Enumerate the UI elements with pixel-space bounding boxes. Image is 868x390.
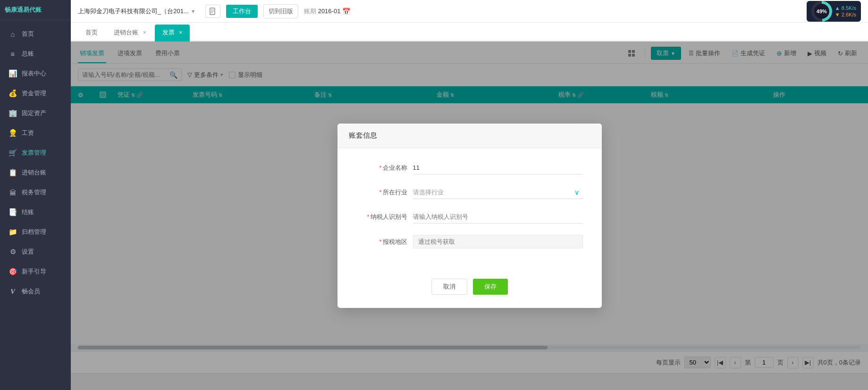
invoice-icon: 🛒 — [8, 149, 17, 157]
main-area: 上海卯金刀电子科技有限公司_（台201... ▼ 工作台 切到旧版 账期 201… — [71, 0, 868, 390]
sidebar-item-label: 总账 — [22, 50, 34, 58]
tabbar: 首页 进销台账 × 发票 × — [71, 23, 868, 41]
sidebar-item-label: 新手引导 — [22, 267, 46, 276]
sidebar-nav: ⌂ 首页 ≡ 总账 📊 报表中心 💰 资金管理 🏢 固定资产 👷 工资 — [0, 20, 71, 390]
sidebar-item-label: 发票管理 — [22, 149, 46, 157]
sidebar-item-invoice[interactable]: 🛒 发票管理 — [0, 143, 71, 163]
period-display: 账期 2016-01 📅 — [304, 7, 351, 16]
sidebar-item-funds[interactable]: 💰 资金管理 — [0, 83, 71, 103]
sidebar-item-label: 畅会员 — [22, 287, 40, 296]
industry-select[interactable]: 请选择行业 — [413, 186, 583, 199]
salary-icon: 👷 — [8, 129, 17, 137]
company-name-input[interactable] — [413, 161, 583, 174]
content-area: 销项发票 进项发票 费用小票 取票 ▼ ☰ 批量操作 — [71, 41, 868, 390]
percent-circle: 49% — [811, 1, 832, 22]
sidebar-item-home[interactable]: ⌂ 首页 — [0, 24, 71, 44]
dialog-title: 账套信息 — [349, 131, 377, 139]
sidebar-item-tax[interactable]: 🏛 税务管理 — [0, 183, 71, 202]
funds-icon: 💰 — [8, 89, 17, 98]
dialog-header: 账套信息 — [337, 124, 602, 148]
company-name: 上海卯金刀电子科技有限公司_（台201... — [78, 7, 189, 16]
topbar-right: 49% ▲ 8.5K/s ▼ 2.6K/s — [807, 1, 861, 22]
archive-icon: 📁 — [8, 228, 17, 236]
modal-overlay[interactable]: 账套信息 *企业名称 *所在行业 — [71, 41, 868, 390]
checkout-icon: 📑 — [8, 208, 17, 216]
sidebar-item-purchase-sales[interactable]: 📋 进销台账 — [0, 163, 71, 183]
sidebar-item-label: 归档管理 — [22, 228, 46, 236]
tab-close-invoice[interactable]: × — [179, 29, 182, 36]
taxregion-label: *报税地区 — [356, 238, 413, 246]
save-button[interactable]: 保存 — [473, 279, 508, 295]
tab-home[interactable]: 首页 — [78, 25, 105, 41]
sidebar-item-salary[interactable]: 👷 工资 — [0, 123, 71, 143]
old-version-button[interactable]: 切到旧版 — [263, 4, 298, 18]
speed-texts: ▲ 8.5K/s ▼ 2.6K/s — [835, 5, 856, 17]
purchase-sales-icon: 📋 — [8, 168, 17, 177]
member-icon: V — [8, 288, 17, 296]
sidebar: 畅康通易代账 ⌂ 首页 ≡ 总账 📊 报表中心 💰 资金管理 🏢 固定资产 — [0, 0, 71, 390]
taxregion-input — [413, 235, 583, 249]
form-row-industry: *所在行业 请选择行业 ∨ — [356, 186, 583, 199]
period-label: 账期 — [304, 7, 316, 16]
settings-icon: ⚙ — [8, 248, 17, 256]
sidebar-item-label: 工资 — [22, 129, 34, 137]
form-row-company: *企业名称 — [356, 161, 583, 174]
sidebar-item-label: 进销台账 — [22, 168, 46, 177]
document-icon[interactable] — [205, 5, 220, 18]
account-info-dialog: 账套信息 *企业名称 *所在行业 — [337, 124, 602, 308]
tab-close-purchase-sales[interactable]: × — [143, 29, 146, 36]
company-selector[interactable]: 上海卯金刀电子科技有限公司_（台201... ▼ — [78, 7, 196, 16]
cancel-button[interactable]: 取消 — [431, 279, 467, 295]
sidebar-item-label: 资金管理 — [22, 89, 46, 98]
tab-invoice[interactable]: 发票 × — [155, 25, 190, 41]
workbench-button[interactable]: 工作台 — [226, 5, 258, 18]
sidebar-item-archive[interactable]: 📁 归档管理 — [0, 222, 71, 242]
company-dropdown-icon: ▼ — [191, 8, 196, 14]
speed-indicator: 49% ▲ 8.5K/s ▼ 2.6K/s — [807, 1, 861, 22]
sidebar-item-checkout[interactable]: 📑 结账 — [0, 202, 71, 222]
industry-label: *所在行业 — [356, 188, 413, 197]
app-logo: 畅康通易代账 — [5, 6, 42, 14]
tax-icon: 🏛 — [8, 189, 17, 197]
dialog-footer: 取消 保存 — [337, 273, 602, 308]
sidebar-item-label: 固定资产 — [22, 109, 46, 117]
percent-value: 49% — [814, 4, 829, 19]
sidebar-item-label: 结账 — [22, 208, 34, 216]
tab-purchase-sales[interactable]: 进销台账 × — [106, 25, 154, 41]
sidebar-header: 畅康通易代账 — [0, 0, 71, 20]
sidebar-item-label: 报表中心 — [22, 69, 46, 78]
ledger-icon: ≡ — [8, 50, 17, 58]
speed-down: ▼ 2.6K/s — [835, 12, 856, 17]
sidebar-item-label: 税务管理 — [22, 188, 46, 197]
speed-up: ▲ 8.5K/s — [835, 5, 856, 11]
taxid-label: *纳税人识别号 — [356, 213, 413, 221]
home-icon: ⌂ — [8, 30, 17, 38]
taxid-input[interactable] — [413, 210, 583, 224]
form-row-taxid: *纳税人识别号 — [356, 210, 583, 224]
sidebar-item-member[interactable]: V 畅会员 — [0, 282, 71, 301]
sidebar-item-assets[interactable]: 🏢 固定资产 — [0, 103, 71, 123]
sidebar-item-settings[interactable]: ⚙ 设置 — [0, 242, 71, 262]
sidebar-item-ledger[interactable]: ≡ 总账 — [0, 44, 71, 64]
industry-select-wrap: 请选择行业 ∨ — [413, 186, 583, 199]
form-row-taxregion: *报税地区 — [356, 235, 583, 249]
period-value: 2016-01 — [318, 8, 341, 15]
guide-icon: 🎯 — [8, 267, 17, 276]
sidebar-item-label: 设置 — [22, 248, 34, 256]
sidebar-item-label: 首页 — [22, 30, 34, 38]
calendar-icon[interactable]: 📅 — [342, 8, 350, 15]
reports-icon: 📊 — [8, 69, 17, 78]
company-name-label: *企业名称 — [356, 164, 413, 172]
sidebar-item-guide[interactable]: 🎯 新手引导 — [0, 262, 71, 282]
assets-icon: 🏢 — [8, 109, 17, 117]
topbar: 上海卯金刀电子科技有限公司_（台201... ▼ 工作台 切到旧版 账期 201… — [71, 0, 868, 23]
dialog-body: *企业名称 *所在行业 请选择行业 — [337, 148, 602, 273]
sidebar-item-reports[interactable]: 📊 报表中心 — [0, 64, 71, 83]
